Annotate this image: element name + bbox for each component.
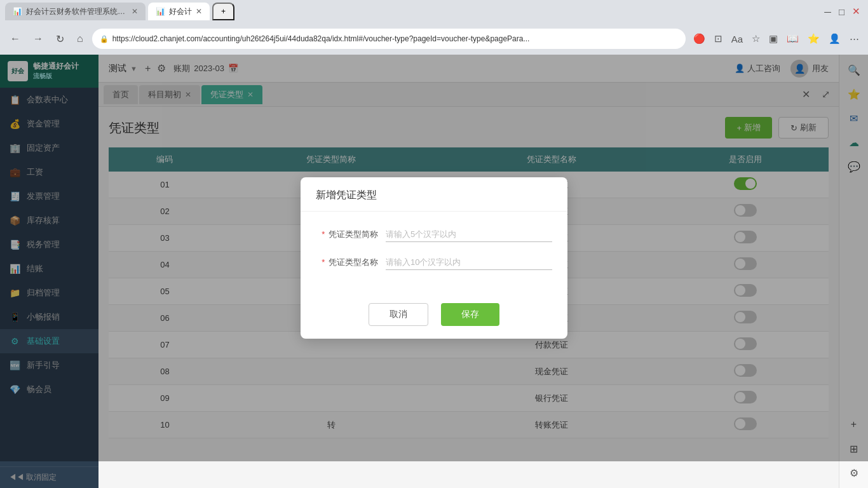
bookmark-btn[interactable]: ☆ xyxy=(749,30,763,47)
short-name-input[interactable] xyxy=(386,227,552,242)
home-button[interactable]: ⌂ xyxy=(73,30,87,47)
required-star-2: * xyxy=(322,257,325,267)
maximize-button[interactable]: □ xyxy=(836,4,847,20)
close-tab-1[interactable]: ✕ xyxy=(132,7,138,16)
url-text: https://cloud2.chanjet.com/accounting/uh… xyxy=(112,34,530,43)
full-name-row: * 凭证类型名称 xyxy=(316,255,552,270)
modal-overlay: 新增凭证类型 * 凭证类型简称 * 凭证类型名称 取消 保存 xyxy=(0,55,868,461)
required-star-1: * xyxy=(322,229,325,239)
split-btn[interactable]: ▣ xyxy=(766,30,780,47)
browser-titlebar: 📊 好会计云财务软件管理系统_会计 ✕ 📊 好会计 ✕ + ─ □ ✕ xyxy=(0,0,868,23)
sidebar-unpin[interactable]: ◀◀ 取消固定 xyxy=(0,466,98,488)
short-name-label: * 凭证类型简称 xyxy=(316,229,386,240)
font-btn[interactable]: Aa xyxy=(729,31,745,47)
favorites-btn[interactable]: ⭐ xyxy=(805,30,822,47)
back-button[interactable]: ← xyxy=(6,30,24,47)
cancel-button[interactable]: 取消 xyxy=(369,303,428,326)
new-voucher-modal: 新增凭证类型 * 凭证类型简称 * 凭证类型名称 取消 保存 xyxy=(301,177,567,339)
tab-label-2: 好会计 xyxy=(169,6,192,17)
modal-body: * 凭证类型简称 * 凭证类型名称 xyxy=(301,212,567,293)
address-bar[interactable]: 🔒 https://cloud2.chanjet.com/accounting/… xyxy=(92,29,686,49)
close-tab-2[interactable]: ✕ xyxy=(196,7,202,16)
full-name-label: * 凭证类型名称 xyxy=(316,257,386,268)
profile-btn[interactable]: 👤 xyxy=(826,30,843,47)
reading-btn[interactable]: 📖 xyxy=(784,30,801,47)
close-window-button[interactable]: ✕ xyxy=(850,3,863,20)
short-name-label-text: 凭证类型简称 xyxy=(329,229,378,239)
new-tab-button[interactable]: + xyxy=(212,3,234,20)
browser-tab-2[interactable]: 📊 好会计 ✕ xyxy=(148,3,210,20)
browser-chrome: 📊 好会计云财务软件管理系统_会计 ✕ 📊 好会计 ✕ + ─ □ ✕ ← → … xyxy=(0,0,868,55)
full-name-input[interactable] xyxy=(386,255,552,270)
screen-btn[interactable]: ⊡ xyxy=(712,30,725,47)
browser-action-buttons: 🔴 ⊡ Aa ☆ ▣ 📖 ⭐ 👤 ⋯ xyxy=(691,30,862,47)
save-button[interactable]: 保存 xyxy=(441,303,499,326)
more-btn[interactable]: ⋯ xyxy=(847,30,862,47)
forward-button[interactable]: → xyxy=(29,30,47,47)
modal-title: 新增凭证类型 xyxy=(316,189,377,200)
tab-label-1: 好会计云财务软件管理系统_会计 xyxy=(26,6,128,17)
browser-addressbar: ← → ↻ ⌂ 🔒 https://cloud2.chanjet.com/acc… xyxy=(0,23,868,55)
rs-gear-btn[interactable]: ⚙ xyxy=(844,463,864,483)
minimize-button[interactable]: ─ xyxy=(822,4,834,20)
full-name-label-text: 凭证类型名称 xyxy=(329,257,378,267)
extensions-button[interactable]: 🔴 xyxy=(691,30,708,47)
unpin-label: ◀◀ 取消固定 xyxy=(9,472,57,483)
modal-footer: 取消 保存 xyxy=(301,293,567,339)
refresh-button[interactable]: ↻ xyxy=(52,30,68,48)
short-name-row: * 凭证类型简称 xyxy=(316,227,552,242)
modal-header: 新增凭证类型 xyxy=(301,177,567,212)
browser-tab-1[interactable]: 📊 好会计云财务软件管理系统_会计 ✕ xyxy=(5,3,146,20)
lock-icon: 🔒 xyxy=(100,35,109,43)
